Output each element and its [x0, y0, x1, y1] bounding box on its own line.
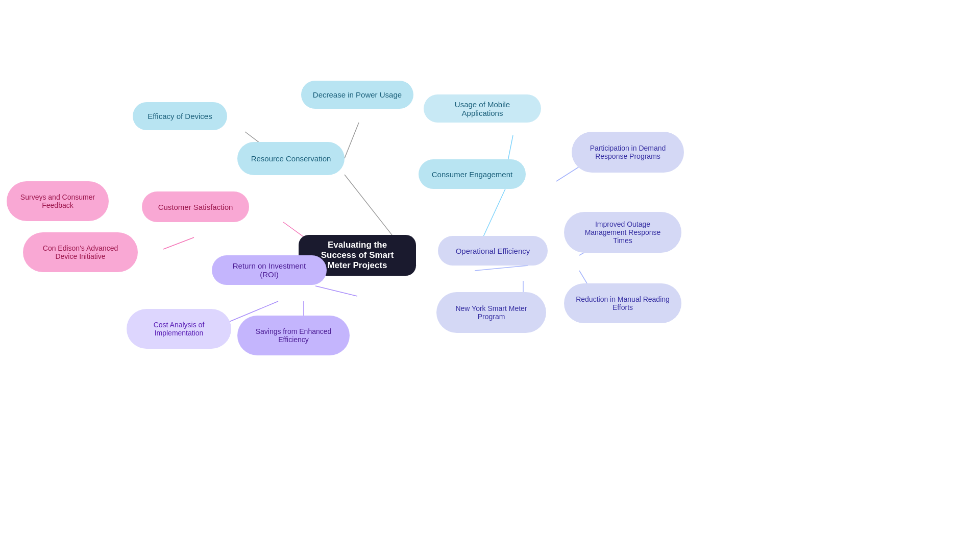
- resource-conservation-node[interactable]: Resource Conservation: [237, 142, 345, 175]
- savings-node[interactable]: Savings from Enhanced Efficiency: [237, 316, 350, 355]
- svg-line-12: [475, 266, 528, 271]
- svg-line-5: [163, 237, 194, 249]
- efficacy-devices-node[interactable]: Efficacy of Devices: [133, 102, 227, 130]
- svg-line-1: [345, 123, 359, 158]
- decrease-power-node[interactable]: Decrease in Power Usage: [301, 81, 413, 109]
- cost-analysis-node[interactable]: Cost Analysis of Implementation: [127, 309, 231, 349]
- improved-outage-node[interactable]: Improved Outage Management Response Time…: [564, 212, 681, 253]
- operational-efficiency-node[interactable]: Operational Efficiency: [438, 236, 548, 266]
- con-edison-node[interactable]: Con Edison's Advanced Device Initiative: [23, 232, 138, 272]
- roi-node[interactable]: Return on Investment (ROI): [212, 255, 327, 285]
- customer-satisfaction-node[interactable]: Customer Satisfaction: [142, 191, 249, 222]
- reduction-manual-node[interactable]: Reduction in Manual Reading Efforts: [564, 283, 681, 323]
- svg-line-6: [315, 286, 357, 296]
- consumer-engagement-node[interactable]: Consumer Engagement: [419, 159, 526, 189]
- surveys-feedback-node[interactable]: Surveys and Consumer Feedback: [7, 181, 109, 221]
- participation-demand-node[interactable]: Participation in Demand Response Program…: [572, 132, 684, 173]
- new-york-node[interactable]: New York Smart Meter Program: [436, 292, 546, 333]
- usage-mobile-node[interactable]: Usage of Mobile Applications: [424, 94, 541, 123]
